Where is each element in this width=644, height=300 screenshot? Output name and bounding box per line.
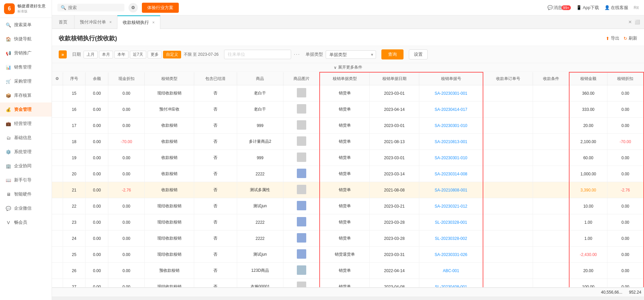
table-cell: -2,430.00 [569, 247, 607, 263]
table-cell [52, 118, 63, 134]
table-cell [533, 85, 570, 101]
query-button[interactable]: 查询 [381, 49, 404, 59]
table-cell[interactable]: SA-20230301-010 [419, 150, 483, 166]
horizontal-scrollbar[interactable] [52, 297, 644, 300]
table-cell[interactable]: SA-20230301-010 [419, 118, 483, 134]
table-cell[interactable]: SA-20230331-026 [419, 247, 483, 263]
table-cell: 2023-03-28 [370, 214, 419, 230]
tab-receipt[interactable]: 收款核销执行 × [117, 15, 160, 29]
export-icon: ⬆ [606, 36, 609, 41]
settings-button[interactable]: 设置 [409, 49, 428, 59]
table-row: 220.000.00现结收款核销否测试jun销货单2023-03-21SA-20… [52, 198, 644, 214]
table-cell[interactable]: SL-20230328-001 [419, 214, 483, 230]
bill-type-select[interactable]: 单据类型 [326, 50, 376, 59]
table-cell: 27 [63, 279, 86, 288]
expand-more-btn[interactable]: ∨ 展开更多条件 [334, 65, 362, 70]
table-cell: 0.00 [607, 247, 644, 263]
date-btn-this-year[interactable]: 本年 [114, 51, 128, 58]
table-cell: 0.00 [607, 85, 644, 101]
table-cell [52, 214, 63, 230]
table-cell[interactable]: SA-20230301-001 [419, 85, 483, 101]
date-btn-more[interactable]: 更多 [148, 51, 162, 58]
table-cell: 0.00 [108, 279, 145, 288]
sidebar-item-inventory[interactable]: 📦 库存核算 [0, 88, 52, 102]
table-cell: 否 [194, 182, 237, 198]
refresh-btn[interactable]: ↻ 刷新 [624, 35, 637, 41]
close-all-icon[interactable]: ✕ [628, 19, 632, 25]
table-cell[interactable]: SA-20210813-001 [419, 134, 483, 150]
sidebar-item-enterprise[interactable]: 🏢 企业协同 [0, 159, 52, 173]
sidebar-item-operation[interactable]: 💼 经营管理 [0, 117, 52, 131]
table-cell: 2023-03-21 [370, 198, 419, 214]
table-cell: 0.00 [86, 101, 108, 118]
sidebar-item-quick-nav[interactable]: 🏠 快捷导航 [0, 32, 52, 46]
tab-home[interactable]: 首页 [52, 15, 74, 29]
counterpart-input[interactable]: 往来单位 [224, 50, 291, 59]
close-receipt-tab[interactable]: × [152, 20, 155, 25]
search-input[interactable] [68, 5, 115, 10]
table-cell: 现结收款核销 [145, 85, 194, 101]
sidebar-item-finance[interactable]: 💰 资金管理 [0, 102, 52, 117]
sidebar-item-system[interactable]: ⚙️ 系统管理 [0, 145, 52, 159]
table-cell: 否 [194, 263, 237, 279]
table-cell: 1.00 [569, 230, 607, 247]
close-prepaid-tab[interactable]: × [109, 20, 112, 25]
table-cell[interactable]: SL-20230328-002 [419, 230, 483, 247]
chart-icon: 📊 [5, 64, 11, 70]
sidebar-item-guide[interactable]: 📖 新手引导 [0, 173, 52, 187]
export-btn[interactable]: ⬆ 导出 [606, 35, 620, 41]
sidebar-item-member[interactable]: V 畅会员 [0, 215, 52, 229]
maximize-icon[interactable]: ⬜ [635, 19, 640, 25]
table-cell: 0.00 [86, 263, 108, 279]
date-btn-this-month[interactable]: 本月 [99, 51, 113, 58]
topbar-search-box[interactable]: 🔍 [57, 4, 124, 11]
database-icon: 🗂 [5, 135, 11, 141]
table-cell: 2023-04-14 [370, 101, 419, 118]
table-cell: 2023-03-14 [370, 166, 419, 182]
sidebar-item-search[interactable]: 🔍 搜索菜单 [0, 18, 52, 32]
table-cell: 123D商品 [237, 263, 283, 279]
counterpart-more[interactable]: ··· [294, 51, 300, 57]
app-icon: 📱 [576, 5, 582, 10]
online-service-btn[interactable]: 👤 在线客服 [604, 5, 628, 11]
tab-prepaid[interactable]: 预付冲应付单 × [74, 15, 117, 29]
table-cell: 收款核销 [145, 182, 194, 198]
message-btn[interactable]: 💬 消息 99+ [547, 5, 571, 11]
table-cell[interactable]: SA-20230314-008 [419, 166, 483, 182]
promo-button[interactable]: 体验行业方案 [142, 3, 179, 13]
topbar-settings-btn[interactable]: ⚙ [128, 3, 138, 12]
sidebar-item-sales[interactable]: 📊 销售管理 [0, 60, 52, 74]
table-cell[interactable]: SA-20230321-012 [419, 198, 483, 214]
table-cell: 16 [63, 101, 86, 118]
sidebar-item-purchase[interactable]: 🛒 采购管理 [0, 74, 52, 88]
table-cell: 26 [63, 263, 86, 279]
tabbar: 首页 预付冲应付单 × 收款核销执行 × ✕ ⬜ [52, 15, 644, 29]
table-cell: 10.00 [569, 198, 607, 214]
filter-expand-btn[interactable]: » [59, 50, 67, 58]
date-btn-last-month[interactable]: 上月 [84, 51, 98, 58]
date-range-display: 不限 至 2023-07-26 [184, 52, 219, 57]
data-table-container[interactable]: ⚙ 序号 余额 现金折扣 核销类型 包含已结清 商品 商品图片 核销单据类型 核… [52, 72, 644, 287]
app-download-btn[interactable]: 📱 App下载 [576, 5, 599, 11]
product-thumbnail [297, 201, 306, 210]
sidebar-item-wechat[interactable]: 💬 企业微信 [0, 201, 52, 215]
wechat-icon: 💬 [5, 205, 11, 211]
date-btn-custom[interactable]: 自定义 [163, 51, 181, 58]
table-cell[interactable]: SA-20210808-001 [419, 182, 483, 198]
table-cell[interactable]: SL-20230408-001 [419, 279, 483, 288]
table-cell[interactable]: ABC-001 [419, 263, 483, 279]
service-icon: 👤 [604, 5, 610, 10]
date-btn-7days[interactable]: 近7天 [130, 51, 146, 58]
sidebar-item-marketing[interactable]: 📢 营销推广 [0, 46, 52, 60]
th-settings[interactable]: ⚙ [52, 72, 63, 85]
bill-type-filter: 单据类型 单据类型 [306, 50, 376, 59]
sidebar-item-basic[interactable]: 🗂 基础信息 [0, 131, 52, 145]
table-cell: 0.00 [86, 182, 108, 198]
table-cell: 0.00 [607, 101, 644, 118]
money-icon: 💰 [5, 106, 11, 113]
sidebar-item-hardware[interactable]: 🖥 智能硬件 [0, 187, 52, 201]
table-cell: -2.76 [607, 182, 644, 198]
table-cell[interactable]: SA-20230414-017 [419, 101, 483, 118]
refresh-icon: ↻ [624, 36, 627, 41]
table-cell: 333.00 [569, 101, 607, 118]
